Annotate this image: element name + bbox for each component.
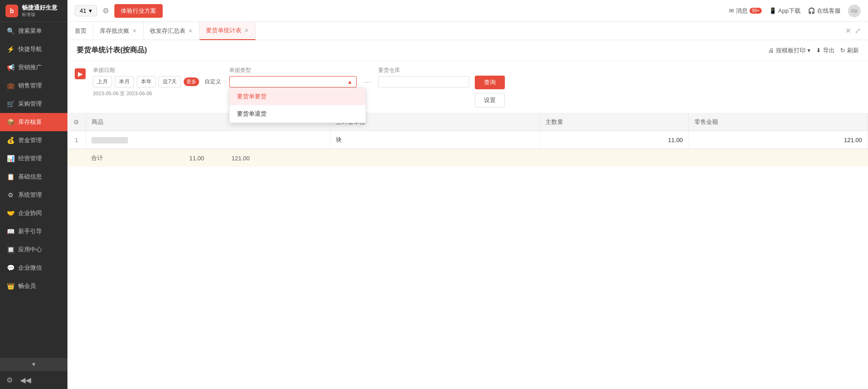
summary-amount: 121.00: [210, 155, 255, 162]
page-actions: 🖨 按模板打印 ▾ ⬇ 导出 ↻ 刷新: [768, 46, 859, 55]
page-content: 要货单统计表(按商品) 🖨 按模板打印 ▾ ⬇ 导出 ↻ 刷新 ▶: [67, 40, 868, 389]
sidebar-item-basic[interactable]: 📋 基础信息: [0, 168, 67, 186]
page-header: 要货单统计表(按商品) 🖨 按模板打印 ▾ ⬇ 导出 ↻ 刷新: [67, 40, 868, 61]
sidebar-item-operations[interactable]: 📊 经营管理: [0, 149, 67, 168]
sidebar-scroll-down[interactable]: ▼: [0, 358, 67, 371]
sidebar-item-system[interactable]: ⚙ 系统管理: [0, 186, 67, 204]
type-select-trigger[interactable]: ▲: [229, 76, 357, 87]
filter-toggle-btn[interactable]: ▶: [75, 68, 86, 79]
type-select-input[interactable]: [233, 78, 345, 85]
app-center-icon: 🔲: [6, 246, 15, 254]
sidebar-item-app-center[interactable]: 🔲 应用中心: [0, 241, 67, 259]
tab-order-summary[interactable]: 要货单统计表 ✕: [200, 22, 256, 40]
message-icon: ✉: [729, 7, 734, 14]
refresh-icon: ↻: [840, 47, 845, 54]
sidebar-item-marketing[interactable]: 📢 营销推广: [0, 58, 67, 77]
type-select-arrow-icon: ▲: [347, 79, 353, 85]
sidebar-item-enterprise[interactable]: 🤝 企业协同: [0, 204, 67, 222]
header-right: ✉ 消息 99+ 📱 App下载 🎧 在线客服 Rit: [729, 5, 861, 17]
table-container: ⚙ 商品 主计量单位 主数量 零售金额 1 块: [67, 113, 868, 149]
wechat-icon: 💬: [6, 264, 15, 272]
sidebar-item-sales[interactable]: 💼 销售管理: [0, 77, 67, 95]
date-btn-last-7-days[interactable]: 近7天: [159, 76, 181, 87]
refresh-button[interactable]: ↻ 刷新: [840, 46, 859, 55]
logo-icon: b: [5, 5, 18, 17]
app-download-btn[interactable]: 📱 App下载: [769, 7, 801, 15]
sidebar-item-vip[interactable]: 👑 畅会员: [0, 277, 67, 295]
table-row: 1 块 11.00 121.00: [67, 131, 868, 149]
filter-area: ▶ 单据日期 上月 本月 本年 近7天 更多 自定义 2023-05-06 至 …: [67, 61, 868, 113]
cell-product: [86, 131, 330, 149]
tab-home[interactable]: 首页: [75, 22, 93, 40]
query-button[interactable]: 查询: [475, 76, 505, 89]
tab-expand-icon[interactable]: ⤢: [855, 26, 861, 35]
table-settings-icon[interactable]: ⚙: [73, 118, 79, 126]
warehouse-input[interactable]: [378, 76, 469, 87]
col-header-settings[interactable]: ⚙: [67, 113, 86, 131]
date-range-text: 2023-05-06 至 2023-06-06: [93, 90, 224, 97]
sidebar-settings-icon[interactable]: ⚙: [6, 376, 13, 384]
online-service-btn[interactable]: 🎧 在线客服: [808, 7, 841, 15]
tab-close-order-summary[interactable]: ✕: [244, 27, 249, 34]
vip-icon: 👑: [6, 282, 15, 290]
filter-more-dots-icon[interactable]: ···: [362, 76, 373, 89]
inventory-icon: 📦: [6, 118, 15, 126]
sidebar-nav: 🔍 搜索菜单 ⚡ 快捷导航 📢 营销推广 💼 销售管理 🛒 采购管理 📦 库存核…: [0, 22, 67, 358]
header-gear-icon[interactable]: ⚙: [103, 6, 109, 15]
messages-btn[interactable]: ✉ 消息 99+: [729, 7, 762, 15]
service-icon: 🎧: [808, 7, 815, 14]
sidebar-item-wechat[interactable]: 💬 企业微信: [0, 259, 67, 277]
type-filter-label: 单据类型: [229, 67, 357, 74]
date-btn-this-year[interactable]: 本年: [137, 76, 156, 87]
sales-icon: 💼: [6, 82, 15, 90]
sidebar-item-finance[interactable]: 💰 资金管理: [0, 131, 67, 149]
sidebar: b 畅捷通好生意 标准版 🔍 搜索菜单 ⚡ 快捷导航 📢 营销推广 💼 销售管理…: [0, 0, 67, 389]
top-header: 41 ▾ ⚙ 体验行业方案 ✉ 消息 99+ 📱 App下载 🎧 在线客服 Ri…: [67, 0, 868, 22]
user-avatar[interactable]: Rit: [848, 5, 861, 17]
tab-inventory-batch[interactable]: 库存批次账 ✕: [93, 22, 144, 40]
sidebar-item-purchase[interactable]: 🛒 采购管理: [0, 95, 67, 113]
print-button[interactable]: 🖨 按模板打印 ▾: [768, 46, 811, 55]
filter-settings-button[interactable]: 设置: [475, 93, 505, 107]
sidebar-item-guide[interactable]: 📖 新手引导: [0, 222, 67, 241]
col-header-amount: 零售金额: [688, 113, 868, 131]
quick-nav-icon: ⚡: [6, 45, 15, 53]
page-title: 要货单统计表(按商品): [77, 46, 147, 55]
date-btn-this-month[interactable]: 本月: [115, 76, 134, 87]
download-icon: 📱: [769, 7, 776, 14]
table-footer: 合计 11.00 121.00: [67, 149, 868, 167]
type-option-return[interactable]: 要货单退货: [230, 105, 365, 123]
date-more-tag[interactable]: 更多: [184, 77, 199, 86]
messages-badge: 99+: [750, 8, 762, 14]
sidebar-item-inventory[interactable]: 📦 库存核算: [0, 113, 67, 131]
date-filter-label: 单据日期: [93, 67, 224, 74]
guide-icon: 📖: [6, 227, 15, 235]
warehouse-filter-label: 要货仓库: [378, 67, 469, 74]
marketing-icon: 📢: [6, 63, 15, 72]
tab-close-inventory-batch[interactable]: ✕: [132, 28, 137, 34]
tab-close-receive-summary[interactable]: ✕: [188, 28, 193, 34]
filter-actions: 查询 设置: [475, 76, 505, 107]
trial-button[interactable]: 体验行业方案: [114, 4, 163, 18]
cell-seq: 1: [67, 131, 86, 149]
store-selector[interactable]: 41 ▾: [75, 5, 97, 16]
data-table: ⚙ 商品 主计量单位 主数量 零售金额 1 块: [67, 113, 868, 149]
sidebar-logo: b 畅捷通好生意 标准版: [0, 0, 67, 22]
print-icon: 🖨: [768, 47, 774, 54]
sidebar-item-search[interactable]: 🔍 搜索菜单: [0, 22, 67, 40]
system-icon: ⚙: [6, 191, 15, 199]
sidebar-footer: ⚙ ◀◀: [0, 371, 67, 389]
tabs-actions: ✕ ⤢: [845, 26, 861, 35]
date-custom-btn[interactable]: 自定义: [202, 77, 224, 87]
tab-receive-summary[interactable]: 收发存汇总表 ✕: [144, 22, 200, 40]
type-dropdown-menu: 要货单要货 要货单退货: [229, 87, 366, 123]
tab-close-all-icon[interactable]: ✕: [845, 26, 851, 35]
sidebar-item-quick-nav[interactable]: ⚡ 快捷导航: [0, 40, 67, 58]
sidebar-collapse-icon[interactable]: ◀◀: [20, 376, 31, 384]
summary-label: 合计: [73, 154, 164, 162]
cell-quantity: 11.00: [539, 131, 688, 149]
finance-icon: 💰: [6, 136, 15, 144]
type-option-requisition[interactable]: 要货单要货: [230, 88, 365, 105]
date-btn-last-month[interactable]: 上月: [93, 76, 112, 87]
export-button[interactable]: ⬇ 导出: [816, 46, 835, 55]
